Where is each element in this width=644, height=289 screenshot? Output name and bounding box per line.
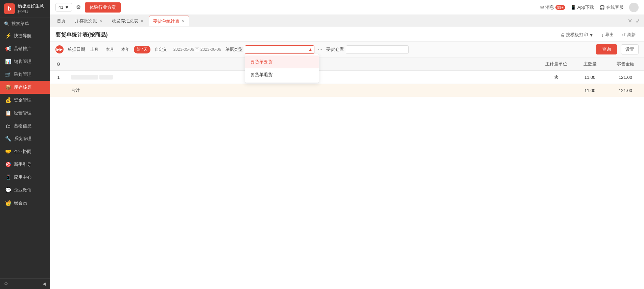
online-service-btn[interactable]: 🎧 在线客服 [599, 4, 624, 10]
footer-amount: 121.00 [607, 84, 644, 97]
sidebar-item-finance[interactable]: 💰 资金管理 [0, 94, 50, 107]
basic-icon: 🗂 [5, 123, 11, 129]
tab-close-requisition[interactable]: ✕ [182, 19, 185, 24]
service-icon: 🎧 [599, 5, 605, 10]
sidebar-nav: ⚡ 快捷导航 📢 营销推广 📊 销售管理 🛒 采购管理 📦 库存核算 💰 资金管… [0, 29, 50, 278]
tab-close-batch[interactable]: ✕ [99, 19, 102, 23]
app-name: 畅捷通好生意 [18, 3, 44, 9]
store-name: 41 [58, 5, 63, 10]
tab-close-summary[interactable]: ✕ [140, 19, 144, 23]
wechat-icon: 💬 [5, 187, 11, 193]
header-left: 41 ▼ ⚙ 体验行业方案 [55, 2, 121, 13]
date-quick-btns: 上月 本月 本年 近7天 自定义 [87, 45, 170, 54]
sidebar-item-wechat[interactable]: 💬 企业微信 [0, 184, 50, 197]
app-version: 标准版 [18, 9, 44, 14]
table-settings-icon: ⚙ [56, 62, 61, 67]
product-placeholder-2 [99, 75, 113, 80]
page-content: 要货单统计表(按商品) 🖨 按模板打印 ▼ ↓ 导出 ↺ 刷新 [50, 27, 644, 289]
th-qty: 主数量 [573, 58, 607, 71]
sidebar-collapse-btn[interactable]: ◀ [43, 281, 46, 286]
filter-expand-btn[interactable]: ▶▶ [55, 45, 64, 53]
sidebar-item-quick-nav[interactable]: ⚡ 快捷导航 [0, 29, 50, 42]
date-btn-this-month[interactable]: 本月 [103, 45, 117, 54]
sidebar-item-system[interactable]: 🔧 系统管理 [0, 132, 50, 145]
sidebar-logo: b 畅捷通好生意 标准版 [0, 0, 50, 18]
purchase-icon: 🛒 [5, 71, 11, 77]
tab-batch[interactable]: 库存批次账 ✕ [71, 16, 106, 26]
tab-requisition[interactable]: 要货单统计表 ✕ [149, 16, 189, 26]
sidebar-item-sales[interactable]: 📊 销售管理 [0, 55, 50, 68]
inventory-icon: 📦 [5, 84, 11, 90]
export-icon: ↓ [602, 32, 604, 38]
dropdown-item-order-purchase[interactable]: 要货单要货 [245, 55, 319, 68]
messages-btn[interactable]: ✉ 消息 99+ [540, 4, 565, 10]
cell-qty: 11.00 [573, 71, 607, 84]
sidebar-item-marketing[interactable]: 📢 营销推广 [0, 42, 50, 55]
footer-qty: 11.00 [573, 84, 607, 97]
table-footer-row: 合计 11.00 121.00 [50, 84, 644, 97]
marketing-icon: 📢 [5, 46, 11, 52]
page-inner: 要货单统计表(按商品) 🖨 按模板打印 ▼ ↓ 导出 ↺ 刷新 [50, 27, 644, 289]
th-settings[interactable]: ⚙ [50, 58, 67, 71]
sidebar-settings-icon[interactable]: ⚙ [4, 281, 8, 286]
header-right: ✉ 消息 99+ 📱 App下载 🎧 在线客服 [540, 3, 639, 12]
product-placeholder-1 [71, 75, 98, 80]
query-button[interactable]: 查询 [596, 44, 617, 54]
type-select-wrapper: ▲ 要货单要货 要货单退货 [245, 45, 314, 54]
header-gear-btn[interactable]: ⚙ [76, 4, 81, 10]
refresh-icon: ↺ [622, 32, 626, 38]
promo-button[interactable]: 体验行业方案 [85, 2, 121, 13]
tab-summary[interactable]: 收发存汇总表 ✕ [108, 16, 148, 26]
date-btn-last-month[interactable]: 上月 [87, 45, 101, 54]
store-selector[interactable]: 41 ▼ [55, 3, 72, 12]
warehouse-filter-group: 要货仓库 [326, 45, 409, 54]
print-btn[interactable]: 🖨 按模板打印 ▼ [557, 30, 596, 39]
dropdown-item-order-return[interactable]: 要货单退货 [245, 68, 319, 81]
type-filter-label: 单据类型 [225, 46, 243, 52]
tab-home[interactable]: 首页 [53, 16, 70, 26]
th-amount: 零售金额 [607, 58, 644, 71]
sidebar-item-enterprise[interactable]: 🤝 企业协同 [0, 145, 50, 158]
type-dropdown-menu: 要货单要货 要货单退货 [245, 54, 319, 83]
type-filter-more[interactable]: ··· [318, 46, 322, 52]
tab-fullscreen-btn[interactable]: ⤢ [634, 18, 641, 24]
sidebar-item-member[interactable]: 👑 畅会员 [0, 197, 50, 209]
sidebar-item-purchase[interactable]: 🛒 采购管理 [0, 68, 50, 81]
tabs-bar: 首页 库存批次账 ✕ 收发存汇总表 ✕ 要货单统计表 ✕ ✕ ⤢ [50, 15, 644, 27]
member-icon: 👑 [5, 200, 11, 206]
enterprise-icon: 🤝 [5, 149, 11, 155]
sidebar-item-basic[interactable]: 🗂 基础信息 [0, 119, 50, 132]
table-header-row: ⚙ 商品 主计量单位 主数量 零 [50, 58, 644, 71]
sidebar-item-app-center[interactable]: 📱 应用中心 [0, 171, 50, 184]
footer-empty-2 [539, 84, 573, 97]
app-name-block: 畅捷通好生意 标准版 [18, 3, 44, 14]
print-icon: 🖨 [560, 32, 565, 38]
tab-expand-btns: ✕ ⤢ [626, 18, 641, 24]
data-table: ⚙ 商品 主计量单位 主数量 零 [50, 58, 644, 97]
sidebar: b 畅捷通好生意 标准版 🔍 搜索菜单 ⚡ 快捷导航 📢 营销推广 📊 销售管理… [0, 0, 50, 289]
date-btn-7days[interactable]: 近7天 [134, 46, 150, 53]
sidebar-item-inventory[interactable]: 📦 库存核算 [0, 81, 50, 94]
warehouse-select-input[interactable] [346, 45, 409, 54]
operations-icon: 📋 [5, 110, 11, 116]
user-avatar[interactable] [629, 3, 639, 12]
page-header-actions: 🖨 按模板打印 ▼ ↓ 导出 ↺ 刷新 [557, 30, 639, 39]
warehouse-filter-label: 要货仓库 [326, 46, 344, 52]
date-btn-custom[interactable]: 自定义 [152, 45, 170, 54]
date-range-display: 2023-05-06 至 2023-06-06 [173, 47, 221, 52]
settings-button[interactable]: 设置 [621, 44, 639, 54]
refresh-btn[interactable]: ↺ 刷新 [619, 30, 639, 39]
export-btn[interactable]: ↓ 导出 [599, 30, 617, 39]
store-dropdown-icon: ▼ [65, 5, 69, 10]
tab-close-all-btn[interactable]: ✕ [626, 18, 634, 24]
type-select-input[interactable] [245, 45, 314, 54]
sidebar-item-guide[interactable]: 🎯 新手引导 [0, 158, 50, 171]
sidebar-item-operations[interactable]: 📋 经营管理 [0, 107, 50, 119]
date-filter-group: 单据日期 上月 本月 本年 近7天 自定义 2023-05-06 至 2023-… [68, 45, 221, 54]
page-header: 要货单统计表(按商品) 🖨 按模板打印 ▼ ↓ 导出 ↺ 刷新 [50, 27, 644, 42]
date-btn-this-year[interactable]: 本年 [118, 45, 133, 54]
app-download-btn[interactable]: 📱 App下载 [571, 4, 594, 10]
download-icon: 📱 [571, 5, 576, 10]
main-content: 41 ▼ ⚙ 体验行业方案 ✉ 消息 99+ 📱 App下载 🎧 在线客服 [50, 0, 644, 289]
sidebar-search[interactable]: 🔍 搜索菜单 [0, 18, 50, 29]
